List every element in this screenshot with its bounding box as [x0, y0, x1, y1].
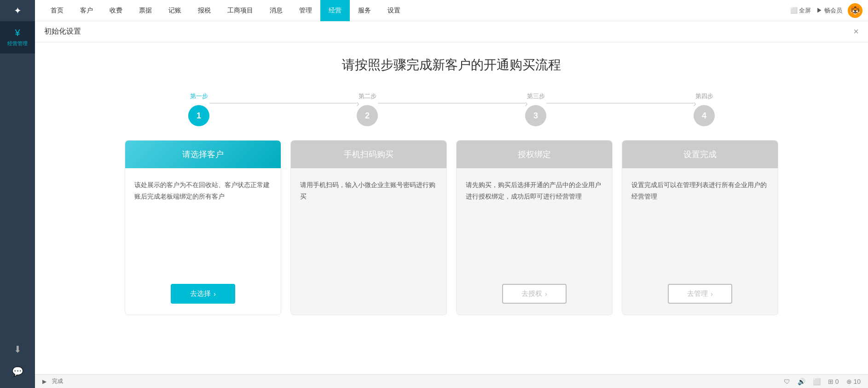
nav-service[interactable]: 服务 — [350, 0, 379, 21]
step-3-circle: 3 — [525, 105, 546, 126]
logo-icon: ✦ — [14, 5, 22, 16]
go-manage-label: 去管理 — [687, 289, 708, 298]
status-bar: ▶ 完成 🛡 🔊 ⬜ ⊞ 0 ⊕ 10 — [35, 374, 868, 388]
steps-row: 第一步 1 第二步 2 第三步 3 — [53, 92, 850, 126]
nav-home[interactable]: 首页 — [42, 0, 72, 21]
card-4-header: 设置完成 — [622, 141, 778, 168]
go-select-button[interactable]: 去选择 › — [171, 284, 235, 304]
nav-customer[interactable]: 客户 — [72, 0, 101, 21]
step-3-label: 第三步 — [527, 92, 545, 100]
card-scan-qr: 手机扫码购买 请用手机扫码，输入小微企业主账号密码进行购买 — [290, 140, 447, 315]
operation-icon: ¥ — [15, 28, 20, 38]
card-1-header: 请选择客户 — [125, 141, 281, 168]
nav-manage[interactable]: 管理 — [291, 0, 320, 21]
connector-1-2 — [209, 103, 357, 104]
card-3-footer: 去授权 › — [457, 276, 612, 315]
go-authorize-button[interactable]: 去授权 › — [502, 284, 567, 304]
inner-content: 请按照步骤完成新客户的开通购买流程 第一步 1 第二步 2 — [35, 42, 868, 374]
nav-bizproject[interactable]: 工商项目 — [219, 0, 261, 21]
content-area: 初始化设置 × 请按照步骤完成新客户的开通购买流程 第一步 1 第二步 2 — [35, 21, 868, 388]
page-title: 初始化设置 — [44, 27, 81, 36]
sidebar-bottom: ⬇ 💬 — [8, 340, 27, 388]
go-manage-icon: › — [711, 290, 713, 298]
card-setup-complete: 设置完成 设置完成后可以在管理列表进行所有企业用户的经营管理 去管理 › — [622, 140, 778, 315]
step-3: 第三步 3 — [525, 92, 546, 126]
sidebar-item-operation[interactable]: ¥ 经营管理 — [0, 21, 35, 53]
card-2-footer — [291, 296, 446, 315]
sidebar-item-label: 经营管理 — [7, 40, 28, 47]
step-1-label: 第一步 — [190, 92, 208, 100]
card-1-footer: 去选择 › — [125, 276, 281, 315]
card-2-body: 请用手机扫码，输入小微企业主账号密码进行购买 — [291, 168, 446, 296]
go-select-label: 去选择 — [190, 289, 211, 298]
main-layout: ¥ 经营管理 ⬇ 💬 初始化设置 × 请按照步骤完成新客户的开通购买流程 第一步… — [0, 21, 868, 388]
card-authorize: 授权绑定 请先购买，购买后选择开通的产品中的企业用户进行授权绑定，成功后即可进行… — [456, 140, 613, 315]
download-icon[interactable]: ⬇ — [8, 340, 27, 359]
count-10-icon: ⊕ 10 — [846, 378, 861, 385]
main-title: 请按照步骤完成新客户的开通购买流程 — [53, 56, 850, 74]
card-select-customer: 请选择客户 该处展示的客户为不在回收站、客户状态正常建账后完成老板端绑定的所有客… — [125, 140, 281, 315]
step-2-label: 第二步 — [359, 92, 376, 100]
step-4: 第四步 4 — [694, 92, 715, 126]
card-4-body: 设置完成后可以在管理列表进行所有企业用户的经营管理 — [622, 168, 778, 276]
nav-right: ⬜ 全屏 ▶ 畅会员 🐯 — [790, 3, 862, 18]
connector-3-4 — [546, 103, 694, 104]
go-authorize-icon: › — [545, 290, 547, 298]
step-1: 第一步 1 — [188, 92, 209, 126]
step-1-circle: 1 — [188, 105, 209, 126]
nav-items: 首页 客户 收费 票据 记账 报税 工商项目 消息 管理 经营 服务 设置 — [42, 0, 790, 21]
nav-accounting[interactable]: 记账 — [160, 0, 190, 21]
card-3-header: 授权绑定 — [457, 141, 612, 168]
card-1-body: 该处展示的客户为不在回收站、客户状态正常建账后完成老板端绑定的所有客户 — [125, 168, 281, 276]
step-2-circle: 2 — [357, 105, 378, 126]
card-3-body: 请先购买，购买后选择开通的产品中的企业用户进行授权绑定，成功后即可进行经营管理 — [457, 168, 612, 276]
content-header: 初始化设置 × — [35, 21, 868, 42]
status-play-icon: ▶ — [42, 378, 46, 385]
step-4-label: 第四步 — [695, 92, 713, 100]
fullscreen-btn[interactable]: ⬜ 全屏 — [790, 6, 811, 15]
nav-message[interactable]: 消息 — [261, 0, 291, 21]
member-btn[interactable]: ▶ 畅会员 — [816, 6, 842, 15]
nav-settings[interactable]: 设置 — [379, 0, 409, 21]
logo-area: ✦ — [0, 0, 35, 21]
chat-icon[interactable]: 💬 — [8, 362, 27, 381]
top-navigation: ✦ 首页 客户 收费 票据 记账 报税 工商项目 消息 管理 经营 服务 设置 … — [0, 0, 868, 21]
screen-icon: ⬜ — [813, 378, 821, 385]
nav-invoice[interactable]: 票据 — [131, 0, 160, 21]
nav-tax[interactable]: 报税 — [190, 0, 219, 21]
nav-fee[interactable]: 收费 — [101, 0, 131, 21]
card-4-footer: 去管理 › — [622, 276, 778, 315]
status-text: 完成 — [52, 377, 63, 385]
count-0-icon: ⊞ 0 — [828, 378, 839, 385]
cards-row: 请选择客户 该处展示的客户为不在回收站、客户状态正常建账后完成老板端绑定的所有客… — [53, 140, 850, 315]
step-2: 第二步 2 — [357, 92, 378, 126]
go-select-icon: › — [214, 290, 216, 298]
go-authorize-label: 去授权 — [521, 289, 542, 298]
close-button[interactable]: × — [853, 26, 859, 37]
step-4-circle: 4 — [694, 105, 715, 126]
shield-icon: 🛡 — [784, 378, 790, 385]
nav-operation[interactable]: 经营 — [320, 0, 350, 21]
go-manage-button[interactable]: 去管理 › — [668, 284, 732, 304]
status-bar-right: 🛡 🔊 ⬜ ⊞ 0 ⊕ 10 — [784, 378, 861, 385]
connector-2-3 — [378, 103, 525, 104]
sidebar: ¥ 经营管理 ⬇ 💬 — [0, 21, 35, 388]
card-2-header: 手机扫码购买 — [291, 141, 446, 168]
volume-icon: 🔊 — [798, 378, 805, 385]
avatar[interactable]: 🐯 — [848, 3, 862, 18]
